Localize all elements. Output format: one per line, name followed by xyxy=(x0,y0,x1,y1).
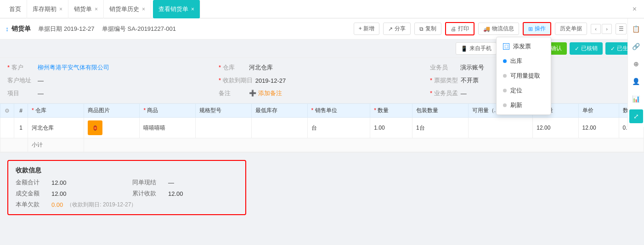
due-date-label: 收款到期日 xyxy=(219,76,253,85)
new-button[interactable]: + 新增 xyxy=(354,23,379,35)
add-note-button[interactable]: ➕ 添加备注 xyxy=(249,89,282,97)
doc-actions: + 新增 ↗ 分享 ⧉ 复制 🖨 打印 🚚 物流信息 xyxy=(354,22,638,35)
same-order-label: 同单现结 xyxy=(132,178,164,187)
col-quantity: * 数量 xyxy=(370,104,412,118)
nav-next-button[interactable]: › xyxy=(602,24,612,34)
tab-view-sales-close[interactable]: × xyxy=(191,6,194,12)
cancelled-icon: ✓ xyxy=(575,46,579,52)
logistics-button[interactable]: 🚚 物流信息 xyxy=(478,23,519,35)
sales-staff-value: — xyxy=(461,90,467,97)
nav-arrows: ‹ › xyxy=(591,24,612,34)
cancelled-button[interactable]: ✓ 已核销 xyxy=(570,42,603,55)
due-date-value: 2019-12-27 xyxy=(255,77,286,84)
sidebar-icon-6[interactable]: ⤢ xyxy=(629,109,643,123)
document-header: ↕ 销货单 单据日期 2019-12-27 单据编号 SA-20191227-0… xyxy=(0,18,644,40)
doc-meta: 单据日期 2019-12-27 单据编号 SA-20191227-001 xyxy=(38,25,176,33)
col-gear: ⚙ xyxy=(0,104,14,118)
transaction-value: 12.00 xyxy=(51,190,67,197)
tab-home[interactable]: 首页 xyxy=(4,0,27,18)
tab-sales-order[interactable]: 销货单 × xyxy=(68,0,104,18)
add-invoice-checkbox[interactable]: ☐ xyxy=(503,43,509,50)
note-label: 备注 xyxy=(219,89,246,97)
operate-button[interactable]: ⊞ 操作 xyxy=(523,22,551,35)
doc-number-item: 单据编号 SA-20191227-001 xyxy=(102,25,176,33)
cumulative-value: 12.00 xyxy=(168,190,183,197)
summary-title: 收款信息 xyxy=(16,166,238,175)
customer-value[interactable]: 柳州粤港平安气体有限公司 xyxy=(38,63,109,72)
sales-staff-label: 业务员孟 xyxy=(430,89,458,97)
menu-item-refresh[interactable]: 刷新 xyxy=(497,98,551,113)
warehouse-value: 河北仓库 xyxy=(249,63,273,72)
row-current-stock: 12.00 xyxy=(533,118,578,138)
view-list-button[interactable]: ☰ xyxy=(616,23,627,34)
tab-inventory-init-close[interactable]: × xyxy=(59,6,62,12)
print-button[interactable]: 🖨 打印 xyxy=(445,22,475,35)
note-row: 备注 ➕ 添加备注 xyxy=(219,89,425,97)
menu-item-add-invoice[interactable]: ☐ 添发票 xyxy=(497,39,551,54)
operate-dropdown-container: ⊞ 操作 ☐ 添发票 出库 xyxy=(523,22,551,35)
doc-type-icon: ↕ xyxy=(6,25,9,33)
from-mobile-button[interactable]: 📱 来自手机 xyxy=(456,42,497,55)
row-unit-price: 12.00 xyxy=(578,118,619,138)
current-due-label: 本单欠款 xyxy=(16,200,48,209)
cumulative-row: 累计收款 12.00 xyxy=(132,189,238,198)
cumulative-label: 累计收款 xyxy=(132,189,164,198)
col-product: * 商品 xyxy=(140,104,196,118)
out-warehouse-radio[interactable] xyxy=(503,59,507,63)
row-product-image: 🏮 xyxy=(84,118,140,138)
subtotal-text: 小计 xyxy=(28,138,84,152)
address-row: 客户地址 — xyxy=(7,76,214,85)
nav-prev-button[interactable]: ‹ xyxy=(591,24,601,34)
menu-item-available-qty[interactable]: 可用量提取 xyxy=(497,68,551,83)
share-button[interactable]: ↗ 分享 xyxy=(383,23,411,35)
row-pack-qty: 1台 xyxy=(412,118,469,138)
warehouse-row: 仓库 河北仓库 xyxy=(219,63,425,72)
document-title: ↕ 销货单 xyxy=(6,25,31,33)
doc-date-item: 单据日期 2019-12-27 xyxy=(38,25,95,33)
project-label: 项目 xyxy=(7,89,35,97)
doc-type-label: 销货单 xyxy=(11,25,31,33)
col-pack-qty: 包装数量 xyxy=(412,104,469,118)
row-spec xyxy=(196,118,252,138)
sidebar-icon-4[interactable]: 👤 xyxy=(629,74,643,88)
row-gear xyxy=(0,118,14,138)
row-warehouse: 河北仓库 xyxy=(28,118,84,138)
share-icon: ↗ xyxy=(388,26,393,32)
mobile-icon: 📱 xyxy=(461,46,468,52)
row-no: 1 xyxy=(14,118,28,138)
operate-icon: ⊞ xyxy=(528,26,533,32)
row-min-stock xyxy=(251,118,307,138)
available-qty-radio[interactable] xyxy=(503,74,507,78)
refresh-radio[interactable] xyxy=(503,103,507,107)
menu-item-out-warehouse[interactable]: 出库 xyxy=(497,54,551,68)
bottom-area: 收款信息 金额合计 12.00 同单现结 — 成交金额 12.00 xyxy=(0,153,644,222)
col-no: # xyxy=(14,104,28,118)
tab-sales-history[interactable]: 销货单历史 × xyxy=(104,0,151,18)
tab-inventory-init[interactable]: 库存期初 × xyxy=(27,0,68,18)
window-close-button[interactable]: × xyxy=(629,5,640,13)
tab-view-sales[interactable]: 查看销货单 × xyxy=(153,0,200,18)
col-spec: 规格型号 xyxy=(196,104,252,118)
col-product-image: 商品图片 xyxy=(84,104,140,118)
sidebar-icon-1[interactable]: 📋 xyxy=(629,22,643,36)
plus-icon: ➕ xyxy=(249,90,256,97)
sidebar-icon-3[interactable]: ⊕ xyxy=(629,57,643,71)
sidebar-icon-5[interactable]: 📊 xyxy=(629,92,643,106)
copy-button[interactable]: ⧉ 复制 xyxy=(414,23,441,35)
history-button[interactable]: 历史单据 xyxy=(555,23,587,35)
sidebar-icon-2[interactable]: 🔗 xyxy=(629,40,643,53)
customer-label: 客户 xyxy=(7,63,35,72)
table-row: 1 河北仓库 🏮 嘻嘻嘻嘻 台 1.00 1台 12.00 12.00 xyxy=(0,118,644,138)
tab-sales-history-close[interactable]: × xyxy=(142,6,145,12)
transaction-label: 成交金额 xyxy=(16,189,48,198)
doc-date-value: 2019-12-27 xyxy=(64,25,95,32)
subtotal-row: 小计 xyxy=(0,138,644,152)
ticket-type-label: 票据类型 xyxy=(430,76,458,85)
menu-item-locate[interactable]: 定位 xyxy=(497,83,551,98)
tab-sales-order-close[interactable]: × xyxy=(95,6,98,12)
total-row: 金额合计 12.00 xyxy=(16,178,121,187)
locate-radio[interactable] xyxy=(503,89,507,92)
warehouse-label: 仓库 xyxy=(219,63,246,72)
address-label: 客户地址 xyxy=(7,76,35,85)
col-warehouse: * 仓库 xyxy=(28,104,84,118)
